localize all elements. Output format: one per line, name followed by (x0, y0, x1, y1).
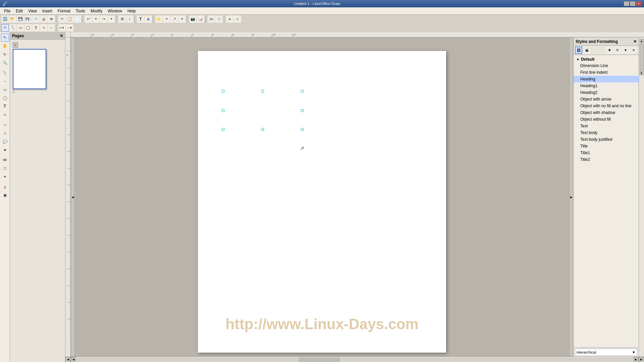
menu-edit[interactable]: Edit (13, 8, 25, 14)
preview-button[interactable]: 👁 (48, 15, 55, 23)
add-slide-button[interactable]: + (13, 42, 18, 48)
canvas-scroll[interactable]: ↗ http://www.Linux-Days.com (75, 38, 569, 357)
style-group-default[interactable]: ▼ Default (574, 56, 639, 62)
style-item-object-without-fill[interactable]: Object without fill (574, 116, 639, 123)
connector-tool-left[interactable]: ⤻ (1, 121, 9, 129)
scroll-right-btn2[interactable]: ▶ (639, 357, 644, 362)
presentation-styles-btn[interactable]: 📽 (583, 47, 590, 54)
connector-tool[interactable]: ↔ (48, 24, 55, 32)
fill-color-btn[interactable]: A▼ (58, 24, 66, 32)
handle-mid-right[interactable] (301, 109, 304, 112)
toggle-extrusion-button[interactable]: 3D (208, 15, 215, 23)
style-item-dimension-line[interactable]: Dimension Line (574, 62, 639, 69)
handle-bot-center[interactable] (261, 128, 264, 131)
text-tool-left[interactable]: T (1, 102, 9, 110)
handle-mid-left[interactable] (222, 109, 224, 112)
pan-tool[interactable]: ✋ (1, 42, 9, 50)
collapse-right-button[interactable]: ▶ (569, 38, 573, 357)
insert-table-button[interactable]: 📊 (197, 15, 204, 23)
ellipse-tool-left[interactable]: ◯ (1, 94, 9, 102)
style-item-first-line-indent[interactable]: First line indent (574, 69, 639, 76)
menu-view[interactable]: View (25, 8, 40, 14)
lines-dropdown-button[interactable]: ▼ (178, 15, 186, 23)
menu-file[interactable]: File (1, 8, 13, 14)
handle-top-left[interactable] (222, 90, 224, 93)
style-item-object-with-shadow[interactable]: Object with shadow (574, 109, 639, 116)
menu-insert[interactable]: Insert (40, 8, 55, 14)
save-remote-button[interactable]: 💾↑ (24, 15, 32, 23)
rotate-tool[interactable]: ↻ (1, 50, 9, 58)
style-item-heading2[interactable]: Heading2 (574, 89, 639, 96)
style-item-heading1[interactable]: Heading1 (574, 82, 639, 89)
style-item-text[interactable]: Text (574, 123, 639, 129)
fill-color-tool[interactable]: A (1, 183, 9, 191)
right-edge-btn-2[interactable] (640, 44, 644, 70)
macro-button[interactable]: ≡ (234, 15, 241, 23)
copy-button[interactable]: 📋 (66, 15, 73, 23)
paste-button[interactable]: 📄 (74, 15, 81, 23)
new-button[interactable]: 🆕 (1, 15, 9, 23)
h-scroll-track[interactable] (77, 358, 633, 362)
callout-tool[interactable]: 💬 (1, 137, 9, 145)
close-button[interactable]: ✕ (636, 1, 641, 6)
menu-window[interactable]: Window (105, 8, 125, 14)
style-item-object-no-fill-no-line[interactable]: Object with no fill and no line (574, 103, 639, 109)
fontwork-button[interactable]: A (145, 15, 152, 23)
undo-dropdown-button[interactable]: ▼ (92, 15, 100, 23)
undo-button[interactable]: ↩ (85, 15, 92, 23)
handle-bot-right[interactable] (301, 128, 304, 131)
new-style-btn[interactable]: ✚ (606, 47, 613, 54)
right-edge-btn-3[interactable]: ▼ (640, 71, 644, 75)
insert-image-button[interactable]: 📷 (189, 15, 197, 23)
text-button[interactable]: T (137, 15, 144, 23)
h-scroll-thumb[interactable] (299, 358, 339, 362)
handle-top-center[interactable] (261, 90, 264, 93)
scroll-left-btn2[interactable]: ◀ (71, 357, 76, 362)
cut-button[interactable]: ✂ (58, 15, 66, 23)
zoom-tool[interactable]: 🔍 (1, 59, 9, 67)
snap-button[interactable]: ⊹ (126, 15, 133, 23)
lines-button[interactable]: ↗ (171, 15, 178, 23)
save-button[interactable]: 💾 (17, 15, 24, 23)
redo-dropdown-button[interactable]: ▼ (108, 15, 115, 23)
shapes-dropdown-button[interactable]: ▼ (163, 15, 170, 23)
glue-points-tool[interactable]: ✦ (1, 173, 9, 181)
email-button[interactable]: 📧 (32, 15, 40, 23)
curve-tool[interactable]: ∿ (40, 24, 47, 32)
line-tool[interactable]: ╲ (9, 24, 16, 32)
handle-bot-left[interactable] (222, 128, 224, 131)
text-tool[interactable]: T (32, 24, 40, 32)
style-item-title2[interactable]: Title2 (574, 156, 639, 163)
navigator-button[interactable]: ⊕ (226, 15, 233, 23)
slide-canvas[interactable]: ↗ http://www.Linux-Days.com (198, 51, 446, 353)
select-tool[interactable]: ↖ (1, 24, 9, 32)
redo-button[interactable]: ↪ (100, 15, 107, 23)
close-styles-btn[interactable]: ✕ (630, 47, 637, 54)
stars-tool[interactable]: ★ (1, 146, 9, 154)
horizontal-scrollbar[interactable]: ◀ ◀ ▶ ▶ (65, 357, 644, 362)
style-options-btn[interactable]: ▼ (622, 47, 629, 54)
style-item-title1[interactable]: Title1 (574, 149, 639, 156)
arrow-tool[interactable]: → (1, 77, 9, 85)
scroll-right-btn[interactable]: ▶ (633, 357, 639, 362)
menu-tools[interactable]: Tools (73, 8, 88, 14)
open-button[interactable]: 📂 (9, 15, 16, 23)
pages-close-button[interactable]: ✕ (60, 34, 63, 38)
menu-modify[interactable]: Modify (88, 8, 105, 14)
right-edge-btn-1[interactable]: ▲ (640, 39, 644, 43)
handle-top-right[interactable] (301, 90, 304, 93)
menu-format[interactable]: Format (55, 8, 73, 14)
style-item-title[interactable]: Title (574, 143, 639, 149)
style-mode-dropdown[interactable]: Hierarchical ▼ (575, 349, 637, 356)
style-item-text-body[interactable]: Text body (574, 129, 639, 136)
shadow-tool[interactable]: ▣ (1, 191, 9, 199)
rectangle-tool[interactable]: ▭ (17, 24, 24, 32)
line-tool-left[interactable]: ╲ (1, 69, 9, 77)
update-style-btn[interactable]: ↻ (614, 47, 621, 54)
maximize-button[interactable]: □ (630, 1, 635, 6)
flowchart-tool[interactable]: ◇ (1, 129, 9, 137)
toggle-shadow-button[interactable]: ☐ (215, 15, 223, 23)
print-button[interactable]: 🖨 (40, 15, 47, 23)
rect-tool[interactable]: ▭ (1, 85, 9, 94)
graphic-styles-btn[interactable]: 🖼 (575, 47, 582, 54)
